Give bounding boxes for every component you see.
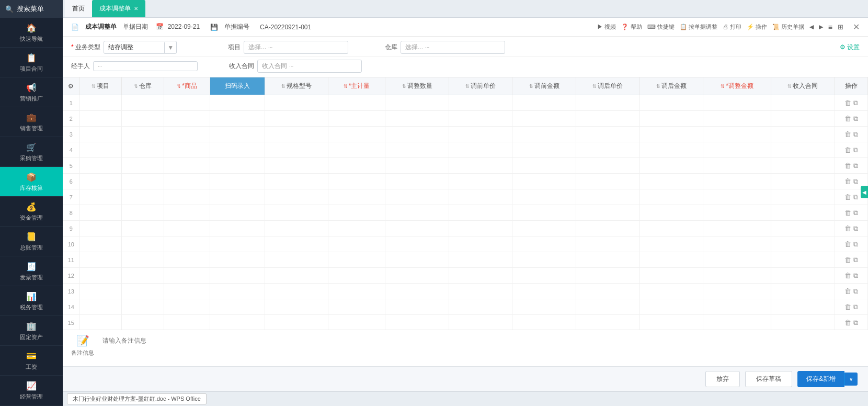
cell-after-amount[interactable]: [639, 221, 703, 236]
action-help[interactable]: ❓ 帮助: [621, 23, 642, 31]
cell-spec[interactable]: [265, 205, 328, 221]
cell-after-amount[interactable]: [639, 189, 703, 205]
cell-product[interactable]: [164, 127, 210, 142]
cell-spec[interactable]: [265, 95, 328, 111]
cell-after-amount[interactable]: [639, 205, 703, 221]
cell-spec[interactable]: [265, 315, 328, 330]
cell-before-price[interactable]: [449, 205, 512, 221]
cell-warehouse[interactable]: [122, 268, 164, 284]
cell-unit[interactable]: [328, 268, 385, 284]
cell-adjust-amount[interactable]: [703, 236, 771, 252]
cell-after-amount[interactable]: [639, 142, 703, 158]
cell-scan[interactable]: [210, 284, 265, 299]
cell-after-amount[interactable]: [639, 111, 703, 127]
cell-after-price[interactable]: [576, 299, 640, 315]
sidebar-item-quick-nav[interactable]: 🏠快速导航: [0, 18, 63, 48]
cell-scan[interactable]: [210, 174, 265, 189]
cell-warehouse[interactable]: [122, 299, 164, 315]
copy-row-icon[interactable]: ⧉: [853, 130, 858, 139]
cell-before-price[interactable]: [449, 236, 512, 252]
cell-before-amount[interactable]: [512, 236, 576, 252]
copy-row-icon[interactable]: ⧉: [853, 146, 858, 154]
cell-unit[interactable]: [328, 174, 385, 189]
cell-project[interactable]: [79, 236, 122, 252]
cell-scan[interactable]: [210, 142, 265, 158]
cell-income-contract[interactable]: [771, 236, 835, 252]
cell-qty[interactable]: [385, 221, 449, 236]
cell-project[interactable]: [79, 95, 122, 111]
cell-scan[interactable]: [210, 315, 265, 330]
copy-row-icon[interactable]: ⧉: [853, 319, 858, 327]
delete-row-icon[interactable]: 🗑: [844, 115, 851, 123]
cell-qty[interactable]: [385, 174, 449, 189]
cell-scan[interactable]: [210, 158, 265, 174]
cell-spec[interactable]: [265, 252, 328, 268]
cell-before-price[interactable]: [449, 127, 512, 142]
notes-input[interactable]: [100, 334, 860, 353]
col-scan[interactable]: 扫码录入: [210, 77, 265, 95]
copy-row-icon[interactable]: ⧉: [853, 256, 858, 264]
copy-row-icon[interactable]: ⧉: [853, 287, 858, 296]
cell-warehouse[interactable]: [122, 315, 164, 330]
cell-after-price[interactable]: [576, 189, 640, 205]
cell-spec[interactable]: [265, 299, 328, 315]
cell-qty[interactable]: [385, 284, 449, 299]
action-video[interactable]: ▶ 视频: [597, 23, 616, 31]
cell-qty[interactable]: [385, 236, 449, 252]
cell-income-contract[interactable]: [771, 221, 835, 236]
cell-before-amount[interactable]: [512, 127, 576, 142]
cell-income-contract[interactable]: [771, 111, 835, 127]
delete-row-icon[interactable]: 🗑: [844, 177, 851, 186]
delete-row-icon[interactable]: 🗑: [844, 130, 851, 139]
cell-adjust-amount[interactable]: [703, 142, 771, 158]
cell-qty[interactable]: [385, 95, 449, 111]
cell-spec[interactable]: [265, 142, 328, 158]
cell-after-amount[interactable]: [639, 315, 703, 330]
cell-scan[interactable]: [210, 268, 265, 284]
cell-after-amount[interactable]: [639, 174, 703, 189]
cell-product[interactable]: [164, 95, 210, 111]
cell-after-amount[interactable]: [639, 158, 703, 174]
cell-income-contract[interactable]: [771, 189, 835, 205]
delete-row-icon[interactable]: 🗑: [844, 99, 851, 107]
cell-after-price[interactable]: [576, 111, 640, 127]
cell-unit[interactable]: [328, 284, 385, 299]
cell-after-price[interactable]: [576, 158, 640, 174]
cell-product[interactable]: [164, 252, 210, 268]
cell-income-contract[interactable]: [771, 268, 835, 284]
cell-before-amount[interactable]: [512, 158, 576, 174]
cell-after-amount[interactable]: [639, 236, 703, 252]
copy-row-icon[interactable]: ⧉: [853, 162, 858, 170]
action-print[interactable]: 🖨 打印: [723, 23, 741, 31]
cell-qty[interactable]: [385, 142, 449, 158]
cell-project[interactable]: [79, 205, 122, 221]
cell-warehouse[interactable]: [122, 174, 164, 189]
cell-product[interactable]: [164, 236, 210, 252]
sidebar-item-sales[interactable]: 💼销售管理: [0, 107, 63, 137]
action-prev[interactable]: ◀: [809, 24, 814, 30]
cell-qty[interactable]: [385, 205, 449, 221]
sidebar-item-operations[interactable]: 📈经营管理: [0, 376, 63, 405]
cell-warehouse[interactable]: [122, 158, 164, 174]
delete-row-icon[interactable]: 🗑: [844, 209, 851, 217]
cell-project[interactable]: [79, 315, 122, 330]
delete-row-icon[interactable]: 🗑: [844, 193, 851, 201]
action-operation[interactable]: ⚡ 操作: [747, 23, 767, 31]
cell-adjust-amount[interactable]: [703, 111, 771, 127]
cell-product[interactable]: [164, 284, 210, 299]
cell-before-price[interactable]: [449, 189, 512, 205]
cell-unit[interactable]: [328, 95, 385, 111]
cell-project[interactable]: [79, 174, 122, 189]
cell-warehouse[interactable]: [122, 284, 164, 299]
cell-spec[interactable]: [265, 127, 328, 142]
cell-before-price[interactable]: [449, 174, 512, 189]
project-input[interactable]: 选择... ···: [244, 41, 348, 54]
cell-product[interactable]: [164, 158, 210, 174]
cell-warehouse[interactable]: [122, 95, 164, 111]
cell-unit[interactable]: [328, 205, 385, 221]
sidebar-item-ledger[interactable]: 📒总账管理: [0, 227, 63, 256]
save-new-main[interactable]: 保存&新增: [797, 371, 844, 387]
cell-unit[interactable]: [328, 142, 385, 158]
cell-after-price[interactable]: [576, 315, 640, 330]
delete-row-icon[interactable]: 🗑: [844, 146, 851, 154]
